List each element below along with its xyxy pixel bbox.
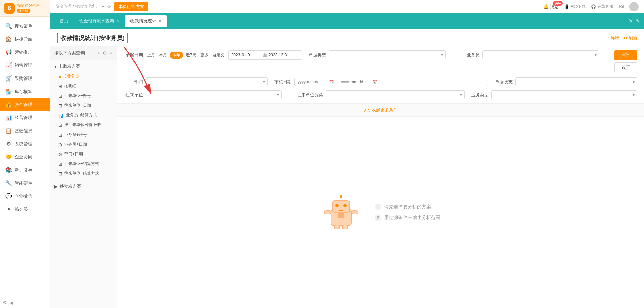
tab-close-all-btn[interactable]: ✕: [629, 18, 633, 24]
sidebar-item-inventory[interactable]: 🏪 库存核算: [0, 85, 50, 98]
tab-collection-stats[interactable]: 收款情况统计 ✕: [125, 15, 167, 27]
scheme-item-detail[interactable]: ⊞ 按明细: [50, 81, 117, 91]
query-button[interactable]: 查询: [614, 50, 637, 60]
audit-date-separator: —: [335, 79, 340, 84]
sidebar-item-search-menu[interactable]: 🔍 搜索菜单: [0, 19, 50, 33]
online-service-link[interactable]: 🎧 在线客服: [591, 4, 613, 9]
svg-point-5: [340, 195, 342, 198]
scheme-item-icon-ppd: ⊡: [58, 122, 62, 128]
scheme-item-partner-settlement1[interactable]: ⊞ 往来单位+结算方式: [50, 159, 117, 169]
scheme-item-partner-account[interactable]: ⊡ 往来单位+账号: [50, 91, 117, 101]
dept-select[interactable]: [146, 77, 268, 86]
breadcrumb-chevron[interactable]: ▾: [102, 4, 104, 9]
sidebar-item-marketing[interactable]: 📢 营销推广: [0, 46, 50, 59]
sidebar-item-quick-nav[interactable]: 🏠 快捷导航: [0, 33, 50, 46]
bill-status-select[interactable]: [515, 77, 637, 86]
sidebar-item-new-guide[interactable]: 📚 新手引导: [0, 163, 50, 176]
sidebar-item-label: 基础信息: [15, 128, 32, 134]
type-more-btn[interactable]: ···: [448, 52, 455, 58]
date-from-input[interactable]: [231, 53, 262, 57]
sidebar-item-label: 快捷导航: [15, 36, 32, 42]
scheme-section-mobile-header[interactable]: ▶ 移动端方案: [50, 181, 117, 191]
audit-date-label: 审核日期: [273, 79, 292, 85]
sidebar-item-basic-info[interactable]: 📋 基础信息: [0, 124, 50, 137]
sidebar-item-label: 系统管理: [15, 141, 32, 147]
scheme-item-staff-account[interactable]: ⊡ 业务员+账号: [50, 130, 117, 140]
sidebar-item-system[interactable]: ⚙ 系统管理: [0, 137, 50, 150]
scheme-setting-btn[interactable]: ⚙: [102, 50, 108, 56]
sidebar-item-enterprise[interactable]: 🤝 企业协同: [0, 150, 50, 163]
partner-category-label: 往来单位分类: [297, 92, 323, 98]
scheme-item-by-staff[interactable]: ● 按业务员: [50, 71, 117, 81]
partner-category-select[interactable]: [326, 90, 464, 99]
phone-icon: 📱: [564, 4, 569, 9]
staff-select[interactable]: [482, 50, 599, 59]
audit-date-from-input[interactable]: [298, 80, 328, 84]
tab-bank-flow[interactable]: 现金银行流水查询 ✕: [74, 15, 125, 27]
empty-content: 1 请先选择要分析的方案 2 用过滤条件来缩小分析范围: [321, 192, 440, 233]
tab-expand-btn[interactable]: ⤡: [636, 18, 640, 24]
notification-area[interactable]: 🔔 消息 99+: [543, 4, 559, 10]
partner-more-btn[interactable]: ···: [284, 92, 291, 98]
tab-close-collection-stats[interactable]: ✕: [158, 19, 162, 23]
sidebar-item-wechat[interactable]: 💬 企业微信: [0, 190, 50, 203]
calendar-to-icon[interactable]: 📅: [373, 80, 378, 84]
date-btn-last-7days[interactable]: 近7天: [184, 52, 198, 59]
partner-select-wrapper: [146, 90, 282, 99]
sidebar-item-label: 智能硬件: [15, 180, 32, 186]
scheme-item-partner-settlement2[interactable]: ⊡ 往来单位+结算方式: [50, 169, 117, 178]
staff-more-btn[interactable]: ···: [602, 52, 609, 58]
tab-home[interactable]: 首页: [54, 15, 74, 27]
user-name-display[interactable]: Rit: [619, 4, 624, 9]
audit-date-to-input[interactable]: [341, 80, 371, 84]
scheme-collapse-btn[interactable]: «: [109, 50, 113, 56]
date-btn-more[interactable]: 更多: [199, 52, 210, 59]
sidebar-item-operations[interactable]: 📊 经营管理: [0, 111, 50, 124]
date-btn-custom[interactable]: 自定义: [211, 52, 226, 59]
business-type-select[interactable]: [491, 90, 637, 99]
scheme-item-staff-payment[interactable]: 📊 业务员+结算方式: [50, 110, 117, 120]
scheme-item-icon-sa: ⊡: [58, 132, 62, 138]
settings-icon-btn[interactable]: ⚙: [107, 3, 111, 10]
scheme-item-partner-date[interactable]: ⊡ 往来单位+日期: [50, 101, 117, 110]
filter-settings-button[interactable]: 设置: [614, 62, 637, 73]
scheme-panel-title: 按以下方案查询: [54, 50, 85, 56]
scheme-section-desktop-header[interactable]: ▾ 电脑端方案: [50, 61, 117, 71]
top-bar-right: 🔔 消息 99+ 📱 App下载 🎧 在线客服 Rit: [543, 2, 639, 11]
date-to-input[interactable]: [269, 53, 299, 57]
export-button[interactable]: ↑ 导出: [607, 35, 620, 41]
sidebar-item-finance[interactable]: 💰 资金管理: [0, 98, 50, 111]
sidebar-collapse-btn[interactable]: ◀‖: [10, 300, 16, 305]
scheme-item-partner-dept[interactable]: ⊡ 按往来单位+部门+收...: [50, 120, 117, 130]
user-avatar[interactable]: [629, 2, 639, 11]
scheme-add-btn[interactable]: +: [97, 50, 101, 56]
basic-info-icon: 📋: [5, 127, 12, 134]
scheme-item-label-sp: 业务员+结算方式: [66, 112, 97, 118]
sidebar-item-vip[interactable]: ✦ 畅会员: [0, 203, 50, 216]
date-btn-last-month[interactable]: 上月: [146, 52, 156, 59]
partner-select[interactable]: [146, 90, 282, 99]
logo-icon: 6: [4, 3, 15, 14]
sidebar-item-smart-hardware[interactable]: 🔧 智能硬件: [0, 176, 50, 190]
app-download-link[interactable]: 📱 App下载: [564, 4, 586, 9]
sidebar-item-sales[interactable]: 📈 销售管理: [0, 59, 50, 72]
dept-label: 部门: [124, 79, 143, 85]
tab-close-bank-flow[interactable]: ✕: [116, 19, 119, 23]
sidebar-logo: 6 畅捷通好生意 标准版: [0, 0, 50, 17]
section-chevron-icon: ▾: [54, 64, 57, 69]
trial-button[interactable]: 体验行业方案: [114, 2, 148, 11]
wechat-icon: 💬: [5, 193, 12, 199]
scheme-panel-header: 按以下方案查询 + ⚙ «: [50, 46, 117, 60]
scheme-item-staff-date[interactable]: ⊙ 业务员+日期: [50, 140, 117, 149]
collection-stats-label: 收款情况统计: [130, 18, 156, 24]
scheme-item-label-ppd: 按往来单位+部门+收...: [64, 122, 105, 128]
calendar-from-icon[interactable]: 📅: [329, 80, 334, 84]
type-select[interactable]: [329, 50, 446, 59]
sidebar-settings-btn[interactable]: ⚙: [3, 300, 7, 305]
collapse-conditions-btn[interactable]: ∧∧ 收起更多条件: [364, 107, 398, 113]
date-btn-this-year[interactable]: 本年: [170, 52, 183, 59]
date-btn-this-month[interactable]: 本月: [158, 52, 168, 59]
sidebar-item-purchase[interactable]: 🛒 采购管理: [0, 72, 50, 85]
refresh-button[interactable]: ↻ 刷新: [624, 35, 637, 41]
scheme-item-dept-date[interactable]: ⊙ 部门+日期: [50, 149, 117, 159]
